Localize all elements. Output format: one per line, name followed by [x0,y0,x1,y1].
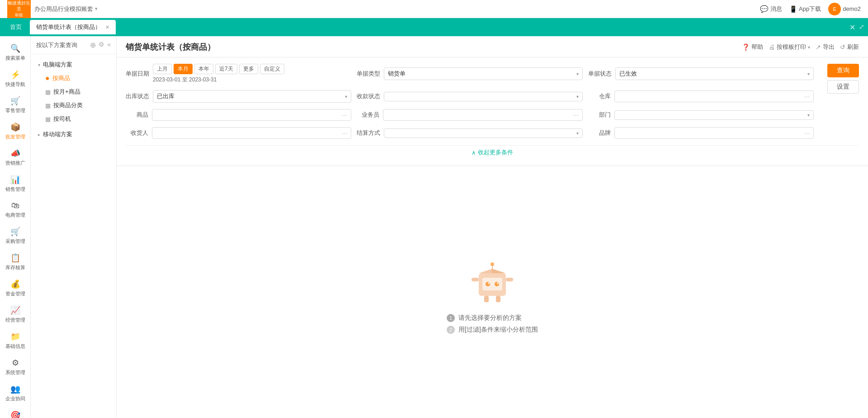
filter-pay-method-label: 结算方式 [357,129,384,137]
sidebar-header: 按以下方案查询 ⊕ ⚙ « [31,36,116,54]
sidebar-item-system[interactable]: ⚙ 系统管理 [1,354,30,380]
export-label: 导出 [823,43,835,51]
sidebar-item-wholesale[interactable]: 📦 批发管理 [1,119,30,144]
date-btn-custom[interactable]: 自定义 [260,64,284,74]
filter-type-select[interactable]: 销货单 ▾ [384,67,582,80]
help-btn[interactable]: ❓ 帮助 [742,43,763,51]
sidebar-item-ecommerce[interactable]: 🛍 电商管理 [1,197,30,222]
sidebar-item-retail-label: 零售管理 [5,107,25,114]
refresh-label: 刷新 [847,43,859,51]
tree-item-by-category[interactable]: ▦ 按商品分类 [31,99,116,112]
marketing-icon: 📣 [10,148,20,158]
filter-pay-method-select[interactable]: ▾ [384,128,582,138]
filter-dept-select[interactable]: ▾ [614,110,814,120]
filter-payment-label: 收款状态 [357,92,384,100]
filter-status-value: 已生效 [619,70,807,78]
tree-item-by-goods[interactable]: ● 按商品 [31,71,116,85]
tab-sales-stats[interactable]: 销货单统计表（按商品） ✕ [30,20,116,34]
svg-point-3 [495,282,499,286]
filter-wh-status-label: 出库状态 [126,92,153,100]
tab-maximize-icon[interactable]: ⤢ [859,23,864,32]
tree-by-month-icon: ▦ [45,89,51,95]
messages-btn[interactable]: 💬 消息 [760,5,782,13]
sidebar-add-icon[interactable]: ⊕ [90,41,96,49]
sidebar-item-purchase[interactable]: 🛒 采购管理 [1,223,30,248]
app-download-btn[interactable]: 📱 App下载 [789,5,821,13]
tabbar: 首页 销货单统计表（按商品） ✕ ✕ ⤢ [0,18,868,36]
sidebar-item-marketing[interactable]: 📣 营销推广 [1,145,30,170]
staff-dots-icon[interactable]: ··· [573,111,579,119]
filter-row-2: 出库状态 已出库 ▾ 收款状态 ▾ 仓库 [126,90,814,103]
print-btn[interactable]: 🖨 按模板打印 ▾ [769,43,810,51]
date-btn-more[interactable]: 更多 [239,64,258,74]
tab-home[interactable]: 首页 [4,20,28,34]
collapse-btn[interactable]: ∧ 收起更多条件 [126,145,859,159]
date-btn-this-month[interactable]: 本月 [174,64,193,74]
workspace-title[interactable]: 办公用品行业模拟账套 ▾ [34,5,98,13]
help-label: 帮助 [751,43,763,51]
filter-goods-input[interactable]: ··· [152,109,351,121]
svg-rect-9 [506,278,513,281]
brand-dots-icon[interactable]: ··· [804,129,810,137]
filter-status-select[interactable]: 已生效 ▾ [615,67,814,80]
sidebar-item-basics-label: 基础信息 [5,343,25,350]
logo: 畅捷通好生意标版 [7,0,31,18]
svg-rect-1 [482,278,502,290]
filter-recipient-input[interactable]: ··· [152,127,351,139]
warehouse-dots-icon[interactable]: ··· [804,93,810,100]
refresh-btn[interactable]: ↺ 刷新 [840,43,859,51]
svg-rect-8 [472,278,479,281]
sidebar-collapse-icon[interactable]: « [107,41,111,49]
sidebar-item-sales[interactable]: 📊 销售管理 [1,171,30,196]
filter-brand-field: 品牌 ··· [588,127,814,139]
help-icon: ❓ [742,43,750,51]
status-arrow-icon: ▾ [807,71,810,76]
tree-item-mobile[interactable]: ▸ 移动端方案 [31,128,116,141]
filter-staff-input[interactable]: ··· [383,109,582,121]
user-menu[interactable]: E demo2 [828,3,861,15]
sidebar-item-guide[interactable]: 🎯 新手引导 [1,407,30,418]
workspace-label: 办公用品行业模拟账套 [34,5,93,13]
sidebar-settings-icon[interactable]: ⚙ [99,41,104,49]
sidebar-item-inventory-label: 库存核算 [5,264,25,271]
svg-rect-7 [496,296,500,302]
sidebar-item-enterprise-label: 企业协同 [5,395,25,402]
sidebar-item-search-menu[interactable]: 🔍 搜索菜单 [1,40,30,65]
sidebar-item-retail[interactable]: 🛒 零售管理 [1,92,30,118]
export-btn[interactable]: ↗ 导出 [816,43,835,51]
sidebar-item-ecommerce-label: 电商管理 [5,212,25,218]
sidebar-item-quick-nav[interactable]: ⚡ 快捷导航 [1,66,30,91]
print-arrow-icon: ▾ [808,45,810,50]
date-btn-last-month[interactable]: 上月 [153,64,172,74]
tree-item-by-month-goods[interactable]: ▦ 按月+商品 [31,85,116,99]
sidebar-item-basics[interactable]: 📁 基础信息 [1,328,30,353]
page-header: 销货单统计表（按商品） ❓ 帮助 🖨 按模板打印 ▾ ↗ 导出 ↺ 刷新 [117,36,868,57]
sidebar-item-operations[interactable]: 📈 经营管理 [1,302,30,327]
sidebar-tree: ▾ 电脑端方案 ● 按商品 ▦ 按月+商品 ▦ 按商品分类 ▦ 按司机 [31,54,116,418]
query-button[interactable]: 查询 [827,64,859,77]
sidebar-item-search-label: 搜索菜单 [5,55,25,62]
tree-item-desktop[interactable]: ▾ 电脑端方案 [31,58,116,71]
filter-goods-label: 商品 [126,111,152,119]
filter-brand-input[interactable]: ··· [614,127,814,139]
sidebar-item-enterprise[interactable]: 👥 企业协同 [1,380,30,406]
print-icon: 🖨 [769,43,775,51]
icon-sidebar: 🔍 搜索菜单 ⚡ 快捷导航 🛒 零售管理 📦 批发管理 📣 营销推广 📊 销售管… [0,36,31,418]
username-label: demo2 [843,5,861,12]
date-btn-7days[interactable]: 近7天 [215,64,237,74]
sidebar-item-finance[interactable]: 💰 资金管理 [1,276,30,301]
reset-button[interactable]: 设置 [827,80,859,94]
goods-dots-icon[interactable]: ··· [342,111,348,119]
date-btn-this-year[interactable]: 本年 [194,64,213,74]
sidebar-item-inventory[interactable]: 📋 库存核算 [1,249,30,275]
tab-close-window-icon[interactable]: ✕ [849,23,855,32]
tree-item-by-cashier[interactable]: ▦ 按司机 [31,112,116,126]
page-title: 销货单统计表（按商品） [126,42,215,52]
filter-payment-select[interactable]: ▾ [384,92,582,101]
filter-warehouse-input[interactable]: ··· [614,90,814,102]
tab-close-icon[interactable]: ✕ [105,24,109,30]
filter-dept-field: 部门 ▾ [588,110,814,120]
tip-num-1: 1 [447,314,455,322]
filter-wh-status-select[interactable]: 已出库 ▾ [153,90,351,103]
recipient-dots-icon[interactable]: ··· [342,129,348,137]
